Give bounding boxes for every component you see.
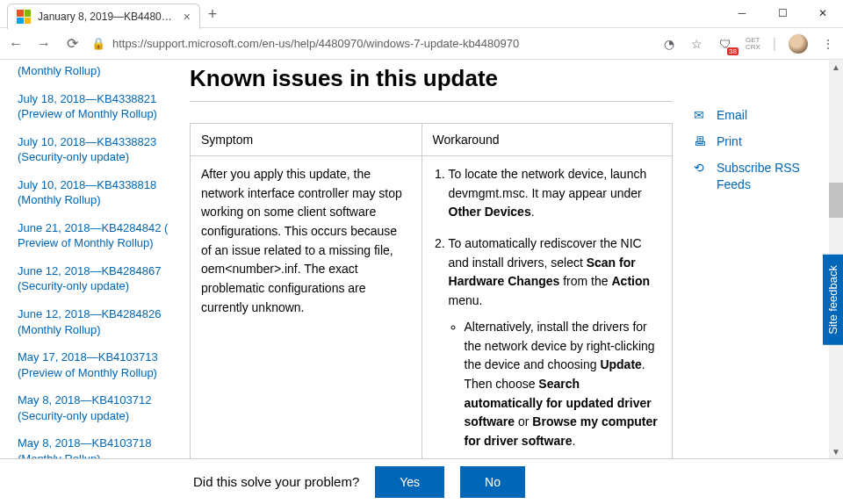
minimize-button[interactable]: ─ (722, 0, 762, 26)
back-button[interactable]: ← (7, 36, 25, 52)
email-link[interactable]: ✉Email (694, 107, 820, 123)
right-actions: ✉Email 🖶Print ⟲Subscribe RSS Feeds (680, 60, 829, 458)
ms-favicon (17, 10, 31, 24)
scroll-thumb[interactable] (829, 183, 843, 218)
no-button[interactable]: No (460, 466, 525, 498)
close-window-button[interactable]: ✕ (803, 0, 843, 26)
extension-icon[interactable]: ◔ (661, 36, 677, 52)
sidebar-item[interactable]: (Monthly Rollup) (18, 63, 174, 79)
workaround-substep: Alternatively, install the drivers for t… (465, 318, 661, 451)
scroll-down-icon[interactable]: ▼ (829, 444, 843, 458)
lock-icon: 🔒 (91, 37, 105, 50)
main-content: Known issues in this update Symptom Work… (184, 60, 680, 458)
workaround-cell: To locate the network device, launch dev… (422, 156, 672, 459)
getcrx-icon[interactable]: GETCRX (746, 37, 760, 51)
print-link[interactable]: 🖶Print (694, 133, 820, 149)
sidebar-item[interactable]: May 17, 2018—KB4103713 (Preview of Month… (18, 349, 174, 380)
forward-button[interactable]: → (35, 36, 53, 52)
tab-title: January 8, 2019—KB4480970 (Mo (38, 11, 177, 23)
symptom-cell: After you apply this update, the network… (191, 156, 422, 459)
sidebar-item[interactable]: June 12, 2018—KB4284867 (Security-only u… (18, 263, 174, 294)
star-icon[interactable]: ☆ (689, 36, 705, 52)
browser-tab[interactable]: January 8, 2019—KB4480970 (Mo × (7, 4, 200, 29)
browser-toolbar: ← → ⟳ 🔒 https://support.microsoft.com/en… (0, 28, 843, 60)
rss-icon: ⟲ (694, 160, 708, 176)
sidebar-nav: (Monthly Rollup) July 18, 2018—KB4338821… (0, 60, 184, 458)
sidebar-item[interactable]: June 12, 2018—KB4284826 (Monthly Rollup) (18, 306, 174, 337)
url-text: https://support.microsoft.com/en-us/help… (112, 37, 519, 50)
sidebar-item[interactable]: July 10, 2018—KB4338823 (Security-only u… (18, 134, 174, 165)
sidebar-item[interactable]: June 21, 2018—KB4284842 ( Preview of Mon… (18, 220, 174, 251)
yes-button[interactable]: Yes (375, 466, 444, 498)
th-symptom: Symptom (191, 124, 422, 156)
reload-button[interactable]: ⟳ (63, 35, 81, 52)
page-heading: Known issues in this update (190, 60, 673, 102)
issues-table: Symptom Workaround After you apply this … (190, 123, 673, 458)
sidebar-item[interactable]: May 8, 2018—KB4103718 (Monthly Rollup) (18, 436, 174, 458)
feedback-bar: Did this solve your problem? Yes No (0, 458, 843, 504)
rss-link[interactable]: ⟲Subscribe RSS Feeds (694, 160, 820, 191)
sidebar-item[interactable]: July 10, 2018—KB4338818 (Monthly Rollup) (18, 177, 174, 208)
sidebar-item[interactable]: July 18, 2018—KB4338821 (Preview of Mont… (18, 91, 174, 122)
sidebar-item[interactable]: May 8, 2018—KB4103712 (Security-only upd… (18, 392, 174, 423)
site-feedback-tab[interactable]: Site feedback (823, 255, 843, 345)
ublock-icon[interactable]: 🛡 (717, 36, 733, 52)
email-icon: ✉ (694, 107, 708, 123)
workaround-step: To automatically rediscover the NIC and … (449, 234, 661, 451)
browser-titlebar: January 8, 2019—KB4480970 (Mo × + ─ ☐ ✕ (0, 0, 843, 28)
address-bar[interactable]: 🔒 https://support.microsoft.com/en-us/he… (91, 37, 651, 50)
new-tab-button[interactable]: + (200, 0, 225, 24)
scroll-up-icon[interactable]: ▲ (829, 60, 843, 74)
print-icon: 🖶 (694, 133, 708, 149)
menu-icon[interactable]: ⋮ (820, 36, 836, 52)
feedback-question: Did this solve your problem? (193, 474, 359, 489)
th-workaround: Workaround (422, 124, 672, 156)
profile-avatar[interactable] (789, 34, 808, 54)
close-tab-icon[interactable]: × (184, 10, 191, 24)
workaround-step: To locate the network device, launch dev… (449, 165, 661, 222)
maximize-button[interactable]: ☐ (762, 0, 803, 26)
